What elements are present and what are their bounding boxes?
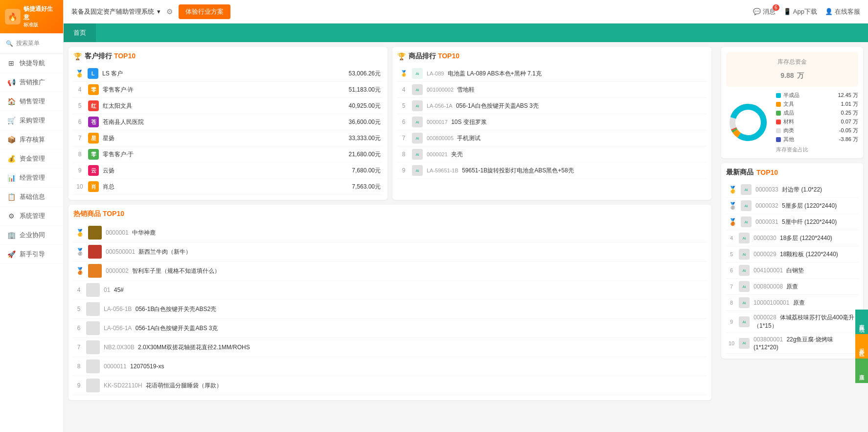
float-buttons: 客服热线 服务社区 直播 (855, 310, 868, 383)
new-prod-img: Ai (741, 184, 752, 195)
product-ranking-title: 🏆 商品排行 TOP10 (397, 52, 707, 61)
nav-tabs: 首页 (64, 24, 868, 42)
hot-prod-row: 🥉 0000002 智利车子里（规格不知道填什么） (73, 262, 707, 281)
prod-img: Ai (412, 133, 423, 144)
newest-products-panel: 最新商品 TOP10 🥇 Ai 0000033 封边带 (1.0*22) 🥈 A… (721, 163, 863, 359)
new-prod-row: 10 Ai 003800001 22g鱼豆腐·烧烤味 (1*12*20) (726, 333, 858, 354)
new-prod-img: Ai (739, 297, 750, 308)
customer-rank-row: 🥇 L LS 客户 53,006.26元 (73, 66, 383, 82)
new-prod-row: 5 Ai 0000029 18颗粒板 (1220*2440) (726, 246, 858, 263)
sidebar-item-basics[interactable]: 📋 基础信息 (0, 188, 63, 207)
topbar: 装备及固定资产辅助管理系统 ▾ ⚙ 体验行业方案 💬 消息 6 📱 App下载 … (64, 0, 868, 24)
sidebar-logo: 🔥 畅捷通好生意 标准版 (0, 0, 63, 33)
new-prod-row: 🥉 Ai 0000031 5厘中纤 (1220*2440) (726, 214, 858, 230)
hot-prod-img (86, 283, 100, 297)
new-prod-row: 7 Ai 000800008 原查 (726, 279, 858, 295)
corp-icon: 🏢 (7, 231, 16, 239)
sidebar-item-marketing[interactable]: 📢 营销推广 (0, 73, 63, 92)
medal-icon: 🥇 (75, 229, 84, 237)
right-sidebar: 库存总资金 9.88 万 (716, 42, 868, 432)
inventory-total-label: 库存总资金 (732, 58, 852, 66)
customer-rank-table: 🥇 L LS 客户 53,006.26元 4 零 零售客户·许 51,183.0… (73, 66, 383, 195)
hot-products-panel: 热销商品 TOP10 🥇 0000001 中华神鹿 🥈 (69, 205, 711, 400)
inventory-chart-area: 半成品 12.45 万 文具 1.01 万 成品 0.25 万 (726, 92, 858, 153)
float-btn-service[interactable]: 客服热线 (855, 310, 868, 334)
basics-icon: 📋 (7, 193, 16, 201)
sidebar-item-operations[interactable]: 📊 经营管理 (0, 168, 63, 188)
hot-prod-row: 5 LA-056-1B 056-1B白色按键开关壳ABS2壳 (73, 300, 707, 319)
trophy2-icon: 🏆 (397, 52, 406, 60)
medal-icon: 🥈 (728, 202, 737, 210)
customer-rank-row: 6 苍 苍南县人民医院 36,600.00元 (73, 114, 383, 130)
newbie-icon: 🚀 (7, 250, 16, 258)
new-prod-img: Ai (741, 200, 752, 211)
new-prod-row: 🥇 Ai 0000033 封边带 (1.0*22) (726, 182, 858, 198)
finance-icon: 💰 (7, 155, 16, 163)
hot-prod-row: 7 NB2.0X30B 2.0X30MM双搓花轴搓花直径2.1MM/ROHS (73, 338, 707, 357)
online-service-button[interactable]: 👤 在线客服 (825, 7, 860, 16)
prod-rank-row: 5 Ai LA-056-1A 056-1A白色按键开关盖ABS 3壳 (397, 98, 707, 114)
inventory-total: 库存总资金 9.88 万 (726, 52, 858, 87)
customer-rank-row: 7 星 星扬 33,333.00元 (73, 130, 383, 146)
app-download-button[interactable]: 📱 App下载 (783, 7, 817, 16)
new-prod-img: Ai (739, 316, 750, 327)
hot-prod-img (86, 360, 100, 373)
settings-icon[interactable]: ⚙ (166, 7, 173, 16)
new-prod-img: Ai (739, 233, 750, 243)
legend-dot (776, 111, 781, 116)
sidebar-item-corp[interactable]: 🏢 企业协同 (0, 226, 63, 245)
message-button[interactable]: 💬 消息 6 (753, 7, 776, 16)
prod-img: Ai (412, 100, 423, 111)
system-select[interactable]: 装备及固定资产辅助管理系统 ▾ (71, 7, 160, 16)
system-icon: ⚙ (7, 212, 16, 220)
hot-prod-img (86, 302, 100, 316)
quicknav-icon: ⊞ (7, 59, 16, 67)
prod-rank-row: 6 Ai 0000017 10S 变扭罗浆 (397, 114, 707, 130)
sidebar-item-finance[interactable]: 💰 资金管理 (0, 149, 63, 168)
rank-medal-1: 🥇 (75, 70, 84, 77)
inventory-legend: 半成品 12.45 万 文具 1.01 万 成品 0.25 万 (776, 92, 858, 153)
new-prod-img: Ai (739, 338, 750, 349)
trial-button[interactable]: 体验行业方案 (179, 4, 230, 19)
medal-icon: 🥈 (75, 248, 84, 256)
prod-rank-row: 7 Ai 000800005 手机测试 (397, 130, 707, 146)
message-icon: 💬 (753, 8, 761, 15)
search-icon: 🔍 (6, 40, 13, 47)
prod-rank-row: 9 Ai LA-59651-1B 59651-1B旋转投影灯电池盒ABS黑色+5… (397, 163, 707, 179)
inventory-total-value: 9.88 万 (732, 68, 852, 81)
legend-row: 其他 -3.86 万 (776, 136, 858, 143)
sidebar: 🔥 畅捷通好生意 标准版 🔍 搜索菜单 ⊞ 快捷导航 📢 营销推广 🏠 销售管理… (0, 0, 64, 432)
hot-prod-row: 8 0000011 12070519-xs (73, 357, 707, 376)
customer-avatar-8: 肖 (88, 181, 99, 192)
message-badge: 6 (773, 4, 779, 11)
ranking-row: 🏆 客户排行 TOP10 🥇 L LS 客户 53,006.26元 4 (69, 47, 711, 200)
trophy-icon: 🏆 (73, 52, 82, 60)
hot-prod-img (86, 321, 100, 335)
search-menu-area[interactable]: 🔍 搜索菜单 (0, 33, 63, 54)
hot-prod-img (88, 226, 102, 240)
float-btn-live[interactable]: 直播 (855, 359, 868, 383)
sidebar-item-system[interactable]: ⚙ 系统管理 (0, 207, 63, 226)
sidebar-item-purchase[interactable]: 🛒 采购管理 (0, 111, 63, 130)
hot-prod-img (88, 245, 102, 259)
hot-prod-row: 🥇 0000001 中华神鹿 (73, 223, 707, 242)
prod-img: Ai (412, 68, 423, 79)
new-prod-img: Ai (739, 249, 750, 260)
hot-prod-row: 🥈 000500001 新西兰牛肉（新牛） (73, 242, 707, 262)
sidebar-item-newbie[interactable]: 🚀 新手引导 (0, 245, 63, 264)
prod-rank-row: 4 Ai 001000002 雪地鞋 (397, 82, 707, 98)
marketing-icon: 📢 (7, 78, 16, 86)
medal-icon: 🥉 (75, 267, 84, 275)
float-btn-community[interactable]: 服务社区 (855, 334, 868, 359)
search-menu-button[interactable]: 🔍 搜索菜单 (4, 37, 59, 49)
tab-home[interactable]: 首页 (64, 24, 96, 42)
sidebar-item-inventory[interactable]: 📦 库存核算 (0, 130, 63, 149)
customer-rank-row: 4 零 零售客户·许 51,183.00元 (73, 82, 383, 98)
service-icon: 👤 (825, 8, 833, 15)
hot-prod-img (86, 340, 100, 354)
sidebar-item-quicknav[interactable]: ⊞ 快捷导航 (0, 54, 63, 73)
inventory-chart-label: 库存资金占比 (776, 146, 858, 153)
sidebar-item-sales[interactable]: 🏠 销售管理 (0, 92, 63, 111)
phone-icon: 📱 (783, 8, 791, 15)
purchase-icon: 🛒 (7, 117, 16, 124)
